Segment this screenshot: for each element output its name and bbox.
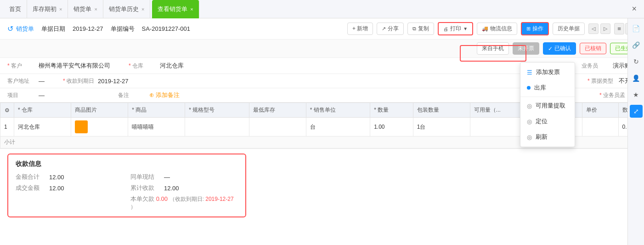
confirm-button[interactable]: ✓ 已确认	[543, 42, 576, 55]
product-image	[75, 120, 88, 133]
col-unit: * 销售单位	[306, 103, 370, 118]
doc-header: ↺ 销货单 单据日期 2019-12-27 单据编号 SA-20191227-0…	[0, 18, 644, 40]
doc-sidebar-icon[interactable]: 📄	[630, 22, 643, 35]
expand-sidebar-icon[interactable]: ⤢	[630, 105, 643, 118]
due-payment: 本单欠款 0.00 （收款到期日: 2019-12-27 ）	[130, 195, 238, 211]
project-field: 项目 —	[7, 91, 45, 99]
history-button[interactable]: 历史单据	[553, 23, 585, 35]
customer-field: 客户 柳州粤港平安气体有限公司	[7, 62, 110, 70]
payment-title: 收款信息	[16, 160, 238, 168]
row-index: 1	[0, 118, 14, 137]
row-unit: 台	[306, 118, 370, 137]
link-sidebar-icon[interactable]: 🔗	[630, 39, 643, 51]
warehouse-out-dot	[527, 86, 531, 90]
tab-sales[interactable]: 销货单 ×	[68, 0, 103, 18]
add-invoice-item[interactable]: ☰ 添加发票	[520, 64, 575, 80]
refresh-icon: ◎	[527, 134, 532, 141]
row-product: 嘻嘻嘻嘻	[128, 118, 185, 137]
tab-inventory[interactable]: 库存期初 ×	[27, 0, 68, 18]
available-qty-item[interactable]: ◎ 可用量提取	[520, 98, 575, 114]
star-sidebar-icon[interactable]: ★	[630, 88, 643, 101]
rotate-sidebar-icon[interactable]: ↻	[630, 55, 643, 68]
tab-home[interactable]: 首页	[4, 0, 27, 18]
cancelled-status: 已核销	[580, 43, 606, 54]
tab-sales-history[interactable]: 销货单历史 ×	[103, 0, 150, 18]
next-button[interactable]: ▷	[600, 23, 610, 34]
total-amount: 金额合计 12.00	[16, 173, 123, 181]
tab-bar: 首页 库存期初 × 销货单 × 销货单历史 × 查看销货单 × ×	[0, 0, 644, 18]
available-qty-icon: ◎	[527, 103, 532, 109]
doc-actions: + 新增 ↗ 分享 ⧉ 复制 🖨 打印 ▼ 🚚 物流信息	[347, 22, 637, 35]
refresh-item[interactable]: ◎ 刷新	[520, 129, 575, 145]
tab-view-sales[interactable]: 查看销货单 ×	[152, 0, 199, 18]
payment-grid: 金额合计 12.00 同单现结 — 成交金额 12.00 累计收款 12.00 …	[16, 173, 238, 211]
locate-icon: ◎	[527, 118, 532, 125]
share-button[interactable]: ↗ 分享	[377, 23, 404, 35]
row-warehouse: 河北仓库	[14, 118, 71, 137]
warehouse-field: 仓库 河北仓库	[129, 62, 184, 70]
tab-sales-history-close[interactable]: ×	[141, 6, 144, 12]
col-qty: * 数量	[370, 103, 413, 118]
logistics-button[interactable]: 🚚 物流信息	[477, 23, 517, 35]
new-button[interactable]: + 新增	[347, 23, 373, 35]
note-field: 备注 ⊕ 添加备注	[118, 91, 180, 99]
col-warehouse: * 仓库	[14, 103, 71, 118]
prev-button[interactable]: ◁	[588, 23, 599, 34]
transaction-amount: 成交金额 12.00	[16, 184, 123, 192]
col-product: * 商品	[128, 103, 185, 118]
dropdown-divider	[520, 97, 575, 97]
col-min-stock: 最低库存	[249, 103, 306, 118]
list-view-button[interactable]: ≡	[614, 23, 624, 34]
copy-button[interactable]: ⧉ 复制	[407, 23, 434, 35]
right-sidebar: 📄 🔗 ↻ 👤 ★ ⤢	[627, 18, 644, 245]
payment-section: 收款信息 金额合计 12.00 同单现结 — 成交金额 12.00 累计收款 1…	[7, 154, 246, 217]
tab-view-sales-close[interactable]: ×	[190, 6, 193, 12]
nav-arrows: ◁ ▷	[588, 23, 610, 34]
add-note-button[interactable]: ⊕ 添加备注	[149, 91, 180, 99]
row-product-img	[71, 118, 128, 137]
locate-item[interactable]: ◎ 定位	[520, 114, 575, 129]
col-spec: * 规格型号	[185, 103, 249, 118]
warehouse-out-item[interactable]: 出库	[520, 80, 575, 96]
accumulated-payment: 累计收款 12.00	[130, 184, 238, 192]
tab-inventory-close[interactable]: ×	[59, 6, 62, 12]
add-invoice-icon: ☰	[527, 69, 532, 76]
address-field: 客户地址 —	[7, 77, 45, 85]
row-pkg-qty: 1台	[413, 118, 470, 137]
from-phone-button[interactable]: 来自手机	[477, 42, 509, 55]
col-pkg-qty: 包装数量	[413, 103, 470, 118]
operate-dropdown: ☰ 添加发票 出库 ◎ 可用量提取 ◎ 定位 ◎ 刷新	[520, 62, 575, 147]
main-content: ↺ 销货单 单据日期 2019-12-27 单据编号 SA-20191227-0…	[0, 18, 644, 245]
col-price: 单价	[582, 103, 618, 118]
doc-meta: 单据日期 2019-12-27 单据编号 SA-20191227-001	[41, 25, 190, 33]
operate-button[interactable]: ⊞ 操作	[521, 22, 549, 35]
print-button[interactable]: 🖨 打印 ▼	[438, 22, 473, 35]
tab-sales-close[interactable]: ×	[94, 6, 97, 12]
col-settings: ⚙	[0, 103, 14, 118]
row-qty: 1.00	[370, 118, 413, 137]
user-sidebar-icon[interactable]: 👤	[630, 72, 643, 85]
due-date-field: 收款到期日 2019-12-27	[63, 77, 129, 85]
not-open-button[interactable]: 未开票	[513, 42, 539, 55]
sub-toolbar: 来自手机 未开票 ✓ 已确认 已核销 已生效	[0, 40, 644, 58]
settlement: 同单现结 —	[130, 173, 238, 181]
row-min-stock	[249, 118, 306, 137]
col-img: 商品图片	[71, 103, 128, 118]
doc-type: ↺ 销货单	[7, 24, 34, 33]
row-spec	[185, 118, 249, 137]
row-price	[582, 118, 618, 137]
window-close-button[interactable]: ×	[628, 4, 640, 14]
